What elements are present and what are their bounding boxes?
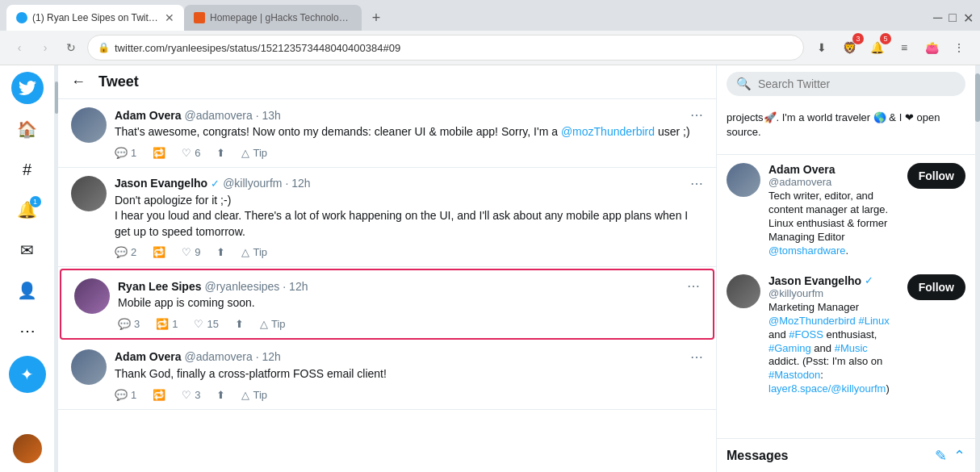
lock-icon: 🔒 [98,42,110,53]
like-action-2[interactable]: ♡ 9 [182,246,200,258]
close-window-button[interactable]: ✕ [963,10,974,26]
share-action-1[interactable]: ⬆ [216,147,225,159]
sidebar-item-more[interactable]: ⋯ [9,312,46,349]
tweet-handle-4[interactable]: @adamovera [184,350,252,363]
restore-button[interactable]: □ [949,10,957,26]
like-action-1[interactable]: ♡ 6 [182,147,200,159]
sidebar-item-explore[interactable]: # [9,151,46,188]
collapse-messages-icon[interactable]: ⌃ [953,447,965,465]
main-layout: 🏠 # 🔔 1 ✉ 👤 ⋯ ✦ ← Tweet [0,65,980,472]
compose-button[interactable]: ✦ [9,356,46,393]
thunderbird-link[interactable]: @mozThunderbird [561,125,655,138]
sidebar-item-notifications[interactable]: 🔔 1 [9,191,46,228]
verified-badge-2: ✓ [211,178,220,190]
right-panel: 🔍 projects🚀. I'm a world traveler 🌎 & I … [717,65,975,472]
search-box[interactable]: 🔍 [727,72,965,96]
tip-action-2[interactable]: △ Tip [241,246,267,258]
tweet-handle-1[interactable]: @adamovera [184,109,252,122]
tweet-meta-3: Ryan Lee Sipes @ryanleesipes · 12h ⋯ [118,278,700,294]
reply-action-3[interactable]: 💬 3 [118,318,140,330]
tweet-more-4[interactable]: ⋯ [690,349,703,365]
shield-badge: 3 [852,33,864,44]
tweet-user-4: Adam Overa @adamovera · 12h [115,350,281,363]
tweet-name-3: Ryan Lee Sipes [118,280,202,293]
tab-twitter-close[interactable]: ✕ [165,11,174,24]
tweet-text-2: Don't apologize for it ;-)I hear you lou… [115,193,703,240]
extension-button[interactable]: 🔔 5 [865,36,888,59]
tweet-content-3: Ryan Lee Sipes @ryanleesipes · 12h ⋯ Mob… [118,278,700,330]
compose-message-icon[interactable]: ✎ [935,447,947,465]
url-text: twitter.com/ryanleesipes/status/15212357… [115,42,794,54]
extension-badge: 5 [880,33,891,44]
menu-button[interactable]: ⋮ [948,36,970,59]
follow-handle-2[interactable]: @killyourfm [769,287,899,299]
forward-button[interactable]: › [36,38,55,57]
share-action-4[interactable]: ⬆ [216,389,225,401]
tweet-more-2[interactable]: ⋯ [690,176,703,191]
retweet-action-1[interactable]: 🔁 [153,147,165,159]
tip-action-3[interactable]: △ Tip [260,318,286,330]
retweet-action-2[interactable]: 🔁 [153,246,165,258]
browser-actions: ⬇ 🦁 3 🔔 5 ≡ 👛 ⋮ [810,36,970,59]
back-button[interactable]: ‹ [10,38,29,57]
mastodon-link[interactable]: layer8.space/@killyourfm [769,382,886,395]
follow-button-2[interactable]: Follow [907,274,965,300]
search-input[interactable] [758,77,956,90]
like-action-3[interactable]: ♡ 15 [194,318,218,330]
tweet-area: ← Tweet Adam Overa @adamovera · 13h ⋯ [58,65,717,472]
follow-button-1[interactable]: Follow [907,163,965,189]
tweet-actions-4: 💬 1 🔁 ♡ 3 ⬆ △ Tip [115,389,703,401]
new-tab-button[interactable]: + [365,6,387,29]
reply-action-1[interactable]: 💬 1 [115,147,136,159]
tab-twitter[interactable]: (1) Ryan Lee Sipes on Twitter: "@... ✕ [6,5,184,31]
tweet-actions-3: 💬 3 🔁 1 ♡ 15 ⬆ △ Tip [118,318,700,330]
tweet-meta-4: Adam Overa @adamovera · 12h ⋯ [115,349,703,365]
tab-ghacks[interactable]: Homepage | gHacks Technology News [184,5,362,31]
download-button[interactable]: ⬇ [810,36,833,59]
tweet-content-4: Adam Overa @adamovera · 12h ⋯ Thank God,… [115,349,703,401]
twitter-logo[interactable] [11,72,44,104]
twitter-favicon [16,12,27,23]
reply-action-2[interactable]: 💬 2 [115,246,136,258]
tomshardware-link[interactable]: @tomshardware [769,244,846,257]
brave-shield-button[interactable]: 🦁 3 [838,36,861,59]
share-action-3[interactable]: ⬆ [235,318,244,330]
user-avatar-img [13,434,42,463]
user-avatar[interactable] [13,434,42,463]
follow-handle-1[interactable]: @adamovera [769,176,899,188]
minimize-button[interactable]: ─ [933,10,942,26]
sidebar-item-home[interactable]: 🏠 [9,111,46,148]
tweet-name-4: Adam Overa [115,350,181,363]
notification-badge: 1 [30,196,41,207]
tweet-handle-3[interactable]: @ryanleesipes [205,280,280,293]
retweet-action-3[interactable]: 🔁 1 [156,318,178,330]
tweet-avatar-4[interactable] [71,349,107,385]
tweet-handle-2[interactable]: @killyourfm [223,177,282,190]
follow-avatar-2[interactable] [727,274,760,308]
tip-action-1[interactable]: △ Tip [241,147,267,159]
sidebar-toggle[interactable]: ≡ [893,36,915,59]
follow-bio-1: Tech writer, editor, and content manager… [769,190,899,257]
sidebar-item-profile[interactable]: 👤 [9,272,46,309]
tweet-more-3[interactable]: ⋯ [687,278,700,294]
refresh-button[interactable]: ↻ [61,38,81,57]
moztb-link[interactable]: @MozThunderbird [769,315,856,327]
sidebar-item-messages[interactable]: ✉ [9,232,46,269]
tweet-name-1: Adam Overa [115,109,181,122]
follow-avatar-1[interactable] [727,163,760,197]
tweet-more-1[interactable]: ⋯ [690,107,703,123]
tweet-avatar-2[interactable] [71,176,107,211]
tweet-avatar-1[interactable] [71,107,107,143]
tweet-time-2: · 12h [286,177,311,190]
share-action-2[interactable]: ⬆ [216,246,225,258]
retweet-action-4[interactable]: 🔁 [153,389,165,401]
tip-action-4[interactable]: △ Tip [241,389,267,401]
right-scroll-thumb[interactable] [975,73,980,122]
like-action-4[interactable]: ♡ 3 [182,389,200,401]
url-bar[interactable]: 🔒 twitter.com/ryanleesipes/status/152123… [87,35,804,61]
tweet-avatar-3[interactable] [74,278,110,314]
back-button[interactable]: ← [71,73,86,90]
wallet-button[interactable]: 👛 [920,36,943,59]
tweet-text-1: That's awesome, congrats! Now onto my de… [115,124,703,140]
reply-action-4[interactable]: 💬 1 [115,389,136,401]
